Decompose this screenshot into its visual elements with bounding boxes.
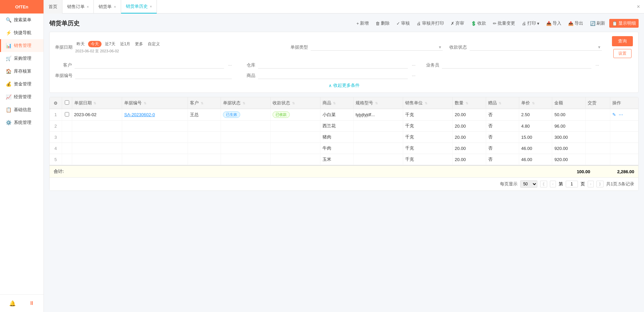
customer-input[interactable] (75, 61, 224, 69)
warehouse-dots[interactable]: ··· (412, 62, 416, 68)
doc-type-label: 单据类型 (290, 44, 308, 50)
page-input[interactable] (566, 181, 578, 187)
review-icon: ✓ (396, 21, 400, 26)
page-next-btn[interactable]: › (588, 181, 594, 187)
shortcut-custom[interactable]: 自定义 (146, 41, 161, 47)
table-row: 3 猪肉 千克 20.00 否 15.00 300.00 (50, 132, 638, 143)
sidebar-item-finance[interactable]: 💰 资金管理 (0, 78, 44, 90)
col-gift-label: 赠品 (488, 100, 497, 105)
query-button[interactable]: 查询 (612, 36, 633, 46)
col-goods[interactable]: 商品 ⇅ (320, 97, 353, 109)
col-doc-status[interactable]: 单据状态 ⇅ (221, 97, 271, 109)
abandon-button[interactable]: ✗ 弃审 (448, 19, 467, 28)
col-doc-status-label: 单据状态 (223, 100, 241, 105)
cell-amount: 300.00 (552, 132, 586, 143)
col-gear[interactable]: ⚙ (50, 97, 62, 109)
sidebar-item-quick-nav[interactable]: ⚡ 快捷导航 (0, 26, 44, 39)
review-button[interactable]: ✓ 审核 (394, 19, 413, 28)
customer-dots[interactable]: ··· (228, 62, 232, 68)
total-label: 合计: (54, 168, 64, 175)
sidebar-item-purchase-mgmt[interactable]: 🛒 采购管理 (0, 52, 44, 65)
sidebar-item-sales-mgmt[interactable]: 📊 销售管理 (0, 39, 44, 52)
sidebar-item-label: 系统管理 (14, 120, 31, 126)
edit-action-icon[interactable]: ✎ (612, 112, 616, 117)
doc-no-link[interactable]: SA-20230602-0 (124, 112, 155, 117)
col-customer[interactable]: 客户 ⇅ (188, 97, 221, 109)
print-button[interactable]: 🖨 打印 ▾ (519, 19, 542, 28)
row-checkbox[interactable] (65, 112, 69, 116)
goods-input[interactable] (258, 72, 408, 79)
tabs-close-all[interactable]: × (633, 4, 644, 10)
sidebar-item-search-menu[interactable]: 🔍 搜索菜单 (0, 14, 44, 26)
shortcut-today[interactable]: 今天 (88, 41, 102, 47)
filter-actions: 查询 设置 (609, 36, 633, 58)
pause-icon[interactable]: ⏸ (29, 300, 34, 307)
page-size-select[interactable]: 50 20 100 (520, 180, 537, 188)
staff-dots[interactable]: ··· (595, 62, 599, 68)
date-filter-label: 单据日期 (55, 44, 73, 50)
col-spec-label: 规格型号 (356, 100, 373, 105)
sidebar: OfTEn 🔍 搜索菜单 ⚡ 快捷导航 📊 销售管理 🛒 采购管理 🏠 库存核算… (0, 0, 44, 312)
sidebar-item-inventory[interactable]: 🏠 库存核算 (0, 65, 44, 78)
shortcut-yesterday[interactable]: 昨天 (75, 41, 86, 47)
staff-input[interactable] (442, 61, 591, 69)
cell-price: 2.50 (519, 109, 552, 121)
col-qty[interactable]: 数量 ⇅ (453, 97, 486, 109)
tab-sales-delivery[interactable]: 销货单 × (94, 0, 121, 14)
export-icon: 📤 (568, 21, 573, 26)
settings-button[interactable]: 设置 (613, 49, 632, 58)
tab-sales-order[interactable]: 销售订单 × (62, 0, 94, 14)
batch-change-button[interactable]: ✏ 批量变更 (490, 19, 518, 28)
page-prev-btn[interactable]: ‹ (550, 181, 556, 187)
col-gift[interactable]: 赠品 ⇅ (486, 97, 519, 109)
cell-unit: 千克 (403, 132, 453, 143)
col-pay-status[interactable]: 收款状态 ⇅ (271, 97, 320, 109)
doc-number-input[interactable] (75, 72, 232, 79)
col-date[interactable]: 单据日期 ⇅ (72, 97, 122, 109)
tab-sales-order-close[interactable]: × (87, 5, 89, 9)
shortcut-7days[interactable]: 近7天 (104, 41, 117, 47)
tab-sales-history-close[interactable]: × (150, 4, 152, 8)
payment-status-select[interactable] (470, 44, 602, 50)
refresh-button[interactable]: 🔄 刷新 (587, 19, 608, 28)
page-first-btn[interactable]: ⟪ (540, 181, 547, 187)
filter-staff: 业务员 ··· (422, 61, 599, 69)
import-button[interactable]: 📥 导入 (543, 19, 564, 28)
cell-row-num: 5 (50, 154, 62, 165)
tab-sales-history[interactable]: 销货单历史 × (121, 0, 157, 14)
col-spec[interactable]: 规格型号 ⇅ (353, 97, 403, 109)
shortcut-1month[interactable]: 近1月 (119, 41, 132, 47)
review-print-button[interactable]: 🖨 审核并打印 (414, 19, 447, 28)
delete-button[interactable]: 🗑 删除 (373, 19, 392, 28)
cell-checkbox (62, 143, 72, 154)
sidebar-item-sys-mgmt[interactable]: ⚙️ 系统管理 (0, 116, 44, 129)
col-qty-label: 数量 (455, 100, 464, 105)
print-label: 打印 (527, 20, 536, 26)
more-action-icon[interactable]: ⋯ (619, 112, 623, 117)
refresh-icon: 🔄 (590, 21, 595, 26)
export-button[interactable]: 📤 导出 (565, 19, 586, 28)
payment-status-select-wrapper (470, 44, 602, 51)
page-last-btn[interactable]: ⟫ (596, 181, 604, 187)
cell-spec: tyjyjtyjdf... (353, 109, 403, 121)
doc-type-select[interactable] (311, 44, 443, 50)
goods-dots[interactable]: ··· (412, 73, 416, 78)
collect-button[interactable]: 💲 收款 (468, 19, 489, 28)
sidebar-item-operations[interactable]: 📈 经营管理 (0, 90, 44, 103)
new-button[interactable]: + 新增 (354, 19, 371, 28)
select-all-checkbox[interactable] (65, 100, 69, 105)
tab-home[interactable]: 首页 (44, 0, 62, 14)
col-doc-no[interactable]: 单据编号 ⇅ (122, 97, 188, 109)
warehouse-input[interactable] (258, 61, 408, 69)
col-unit[interactable]: 销售单位 ⇅ (403, 97, 453, 109)
sidebar-item-basic-info[interactable]: 📋 基础信息 (0, 103, 44, 116)
col-price-sort-icon: ⇅ (532, 101, 535, 105)
collapse-button[interactable]: ∧ 收起更多条件 (329, 82, 360, 88)
col-price[interactable]: 单价 ⇅ (519, 97, 552, 109)
shortcut-more[interactable]: 更多 (134, 41, 144, 47)
import-label: 导入 (553, 20, 561, 26)
cell-spec (353, 132, 403, 143)
notification-icon[interactable]: 🔔 (9, 300, 16, 307)
show-detail-button[interactable]: 📋 显示明细 (609, 19, 639, 28)
tab-sales-delivery-close[interactable]: × (114, 5, 116, 9)
